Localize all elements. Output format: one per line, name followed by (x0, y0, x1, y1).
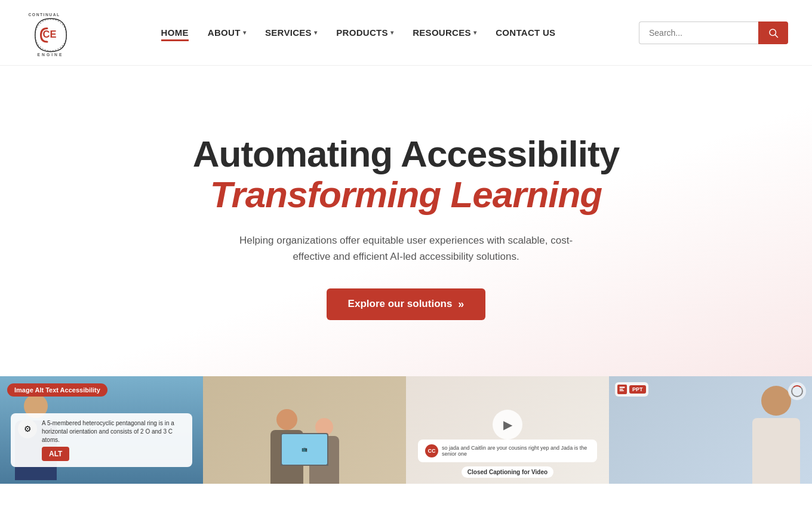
hero-title-line2: Transforming Learning (210, 174, 602, 215)
alt-description-text: A 5-membered heterocyclic pentagonal rin… (42, 419, 185, 444)
svg-rect-7 (620, 389, 623, 390)
svg-text:CE: CE (43, 29, 57, 39)
double-chevron-icon: » (458, 298, 464, 311)
progress-indicator (788, 382, 806, 400)
feature-card-alt-text: Image Alt Text Accessibility ⚙ A 5-membe… (0, 376, 203, 484)
caption-label-badge: Closed Captioning for Video (462, 466, 553, 478)
svg-text:CONTINUAL: CONTINUAL (29, 12, 60, 16)
alt-text-description-box: ⚙ A 5-membered heterocyclic pentagonal r… (11, 413, 192, 467)
nav-item-resources[interactable]: RESOURCES ▾ (413, 27, 476, 38)
feature-card-captions: ▶ CC so jada and Caitlin are your cousin… (406, 376, 609, 484)
svg-text:ENGINE: ENGINE (38, 53, 64, 57)
alt-label-badge: ALT (42, 447, 69, 461)
captions-bubble: CC so jada and Caitlin are your cousins … (418, 440, 597, 462)
nav-item-services[interactable]: SERVICES ▾ (265, 27, 317, 38)
card-3-overlay: ▶ CC so jada and Caitlin are your cousin… (406, 376, 609, 484)
feature-card-laptop: 📺 (203, 376, 406, 484)
svg-rect-6 (620, 387, 625, 388)
alt-text-badge: Image Alt Text Accessibility (7, 383, 107, 397)
hero-section: Automating Accessibility Transforming Le… (0, 66, 812, 376)
nav-item-contact[interactable]: CONTACT US (496, 27, 555, 38)
chevron-down-icon: ▾ (243, 29, 246, 36)
chevron-down-icon: ▾ (390, 29, 393, 36)
hero-title-line1: Automating Accessibility (193, 134, 619, 174)
nav-item-home[interactable]: HOME (161, 27, 189, 38)
feature-cards-strip: Image Alt Text Accessibility ⚙ A 5-membe… (0, 376, 812, 484)
site-logo: CONTINUAL CE ENGINE (24, 6, 78, 60)
svg-rect-8 (620, 391, 625, 392)
main-nav: HOME ABOUT ▾ SERVICES ▾ PRODUCTS ▾ RESOU… (161, 27, 556, 38)
nav-item-about[interactable]: ABOUT ▾ (208, 27, 246, 38)
search-button[interactable] (758, 21, 788, 44)
site-header: CONTINUAL CE ENGINE HOME ABOUT ▾ SERVICE… (0, 0, 812, 66)
play-button-icon: ▶ (493, 410, 522, 440)
chevron-down-icon: ▾ (473, 29, 476, 36)
cta-button[interactable]: Explore our solutions » (327, 288, 486, 320)
ppt-badge: PPT (629, 385, 646, 394)
chevron-down-icon: ▾ (314, 29, 317, 36)
svg-line-5 (775, 35, 777, 37)
logo-area[interactable]: CONTINUAL CE ENGINE (24, 6, 78, 60)
hero-subtitle: Helping organizations offer equitable us… (221, 232, 591, 265)
cc-icon: CC (425, 444, 438, 457)
card-1-overlay: Image Alt Text Accessibility ⚙ A 5-membe… (0, 376, 203, 484)
search-icon (768, 27, 779, 38)
nav-item-products[interactable]: PRODUCTS ▾ (336, 27, 393, 38)
alt-icon: ⚙ (18, 419, 37, 438)
feature-card-ppt: PPT (609, 376, 812, 484)
card-4-overlay: PPT (609, 376, 812, 484)
search-area (639, 21, 788, 44)
search-input[interactable] (639, 21, 758, 44)
